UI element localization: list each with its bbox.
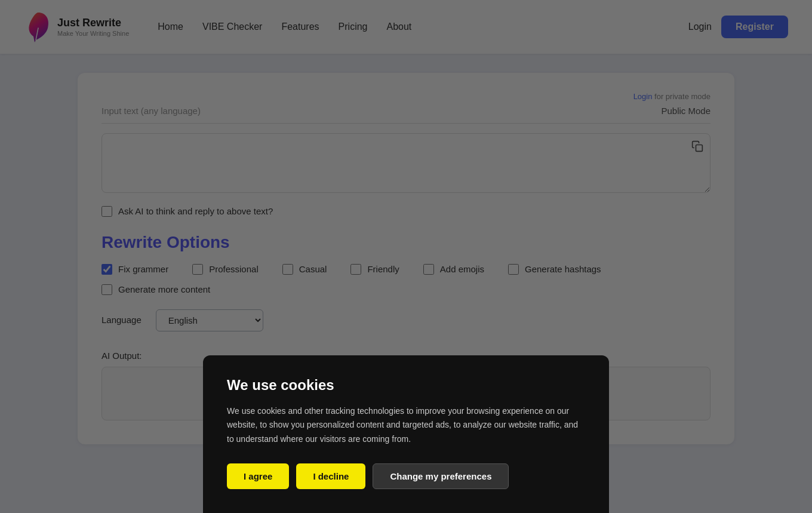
cookie-title: We use cookies (227, 377, 585, 394)
cookie-body: We use cookies and other tracking techno… (227, 404, 585, 447)
cookie-preferences-button[interactable]: Change my preferences (373, 463, 509, 489)
cookie-agree-button[interactable]: I agree (227, 463, 289, 489)
cookie-decline-button[interactable]: I decline (296, 463, 365, 489)
cookie-buttons: I agree I decline Change my preferences (227, 463, 585, 489)
cookie-banner: We use cookies We use cookies and other … (203, 355, 609, 513)
